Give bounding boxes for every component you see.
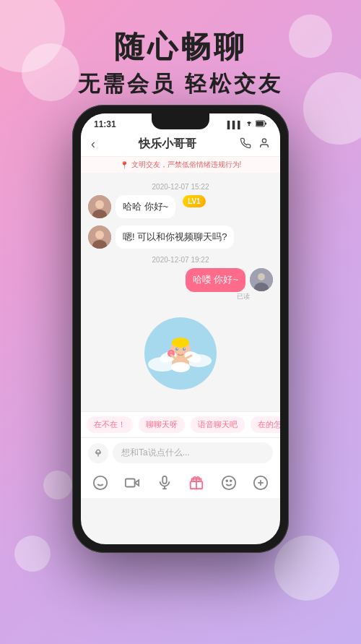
sticker-cupid [141,314,220,393]
chat-header: ‹ 快乐小哥哥 [81,132,280,157]
message-bubble-sent: 哈喽 你好~ [186,268,245,291]
svg-point-11 [258,273,265,280]
svg-point-3 [262,139,266,142]
svg-rect-37 [162,476,167,484]
plus-button[interactable] [251,473,270,492]
phone-call-icon[interactable] [240,137,251,152]
svg-point-5 [95,200,104,209]
emoji-button[interactable] [91,473,110,492]
chat-header-icons [240,137,270,152]
svg-point-43 [222,476,235,489]
svg-point-8 [95,231,104,239]
avatar-sent [250,268,273,291]
svg-point-31 [97,450,100,453]
lv-badge: LV1 [183,195,206,207]
chat-title: 快乐小哥哥 [139,137,196,152]
back-button[interactable]: ‹ [91,137,95,152]
svg-rect-36 [126,479,135,487]
main-title: 随心畅聊 [0,29,361,65]
sticker-area [88,310,273,397]
date-divider-1: 2020-12-07 15:22 [88,183,273,191]
date-divider-2: 2020-12-07 19:22 [88,256,273,264]
phone-outer-shell: 11:31 ▌▌▌ ‹ 快乐小哥哥 [72,105,289,553]
bottom-toolbar [81,468,280,498]
input-bar: 想和Ta说点什么... [81,437,280,468]
gift-button[interactable] [187,473,206,492]
avatar-received [88,226,111,249]
pin-icon: 📍 [120,161,129,169]
voice-record-button[interactable] [88,443,108,463]
notice-banner: 📍 文明交友，严禁低俗情绪违规行为! [81,157,280,173]
chat-messages: 2020-12-07 15:22 哈哈 你好~ LV1 嗯! 可以和你视频聊天吗… [81,173,280,411]
svg-point-33 [94,476,107,489]
message-input[interactable]: 想和Ta说点什么... [113,442,273,463]
svg-rect-2 [265,123,266,125]
notice-text: 文明交友，严禁低俗情绪违规行为! [131,160,242,170]
message-row: 嗯! 可以和你视频聊天吗? [88,226,273,249]
signal-icon: ▌▌▌ [227,121,243,129]
message-row-sent: 哈喽 你好~ 已读 [88,268,273,302]
mic-button[interactable] [155,473,174,492]
message-row: 哈哈 你好~ LV1 [88,195,273,218]
svg-point-22 [177,348,178,349]
svg-rect-1 [256,121,264,126]
avatar-received [88,195,111,218]
svg-point-19 [172,338,189,348]
message-status: 已读 [237,292,250,301]
status-time: 11:31 [94,119,116,129]
svg-point-23 [184,348,186,349]
phone-mockup: 11:31 ▌▌▌ ‹ 快乐小哥哥 [72,105,289,553]
wifi-icon [245,120,253,129]
quick-tab-3[interactable]: 语音聊天吧 [191,416,245,433]
message-bubble: 哈哈 你好~ [116,195,175,218]
sticker-button[interactable] [219,473,238,492]
sub-title: 无需会员 轻松交友 [0,69,361,99]
quick-tab-1[interactable]: 在不在！ [87,416,133,433]
svg-point-17 [171,362,190,372]
svg-point-45 [230,480,231,481]
svg-point-44 [226,480,227,481]
person-icon[interactable] [258,137,270,152]
message-bubble: 嗯! 可以和你视频聊天吗? [116,226,234,249]
video-button[interactable] [123,473,142,492]
phone-notch [152,113,209,129]
header-section: 随心畅聊 无需会员 轻松交友 [0,0,361,99]
status-icons: ▌▌▌ [227,120,267,129]
battery-icon [256,120,267,129]
quick-tab-2[interactable]: 聊聊天呀 [139,416,185,433]
quick-tabs: 在不在！ 聊聊天呀 语音聊天吧 在的怎么啦 视频聊 [81,411,280,437]
phone-screen: 11:31 ▌▌▌ ‹ 快乐小哥哥 [81,113,280,544]
quick-tab-4[interactable]: 在的怎么啦 [251,416,280,433]
